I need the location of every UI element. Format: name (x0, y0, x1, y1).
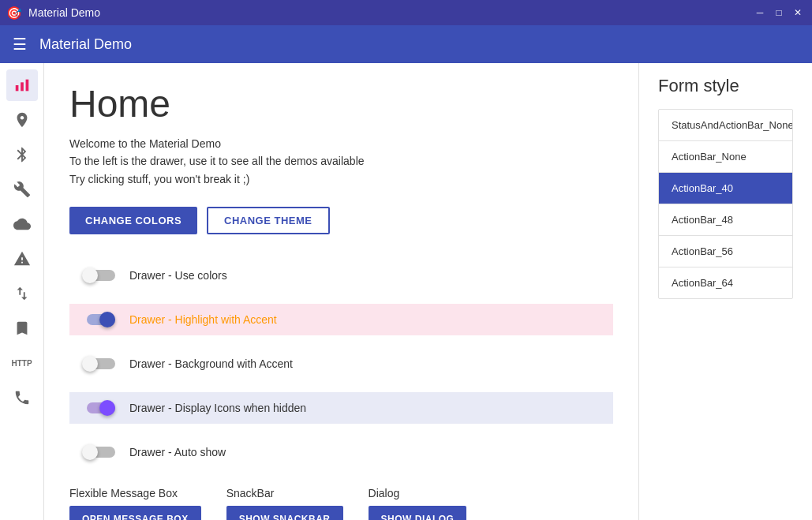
toggle-row-auto-show: Drawer - Auto show (69, 436, 613, 468)
app-layout: HTTP Home Welcome to the Material Demo T… (0, 63, 812, 520)
toggle-thumb (82, 444, 98, 460)
form-style-title: Form style (658, 76, 793, 96)
toggle-thumb (99, 312, 115, 327)
appbar-title: Material Demo (39, 36, 132, 53)
sidebar: HTTP (0, 63, 44, 520)
show-snackbar-button[interactable]: SHOW SNACKBAR (226, 506, 343, 520)
toggle-highlight-accent[interactable] (82, 310, 120, 329)
toggle-label-use-colors: Drawer - Use colors (129, 269, 227, 282)
bluetooth-icon (13, 146, 31, 163)
sidebar-item-phone[interactable] (6, 382, 38, 413)
toggle-label-auto-show: Drawer - Auto show (129, 446, 226, 458)
sidebar-item-location[interactable] (6, 104, 38, 136)
main-content: Home Welcome to the Material Demo To the… (44, 63, 638, 520)
appbar: ☰ Material Demo (0, 25, 812, 63)
snackbar-title: SnackBar (226, 487, 343, 499)
sidebar-item-bluetooth[interactable] (6, 139, 38, 170)
titlebar-title: Material Demo (28, 6, 100, 19)
hamburger-menu-icon[interactable]: ☰ (13, 35, 27, 54)
form-style-item-4[interactable]: ActionBar_56 (659, 236, 792, 267)
location-icon (13, 111, 31, 129)
welcome-line3: Try clicking stuff, you won't break it ;… (69, 170, 613, 188)
toggle-label-icons-hidden: Drawer - Display Icons when hidden (129, 402, 306, 414)
minimize-button[interactable]: ─ (752, 5, 768, 21)
maximize-button[interactable]: □ (771, 5, 787, 21)
titlebar: 🎯 Material Demo ─ □ ✕ (0, 0, 812, 25)
sidebar-item-transfer[interactable] (6, 278, 38, 309)
right-panel: Form style StatusAndActionBar_None Actio… (638, 63, 812, 520)
sidebar-item-chart[interactable] (6, 69, 38, 101)
alert-icon (13, 250, 31, 267)
toggle-thumb (82, 356, 98, 372)
form-style-item-3[interactable]: ActionBar_48 (659, 204, 792, 236)
show-dialog-button[interactable]: SHOW DIALOG (369, 506, 467, 520)
toggle-row-icons-hidden: Drawer - Display Icons when hidden (69, 392, 613, 424)
sidebar-item-http[interactable]: HTTP (6, 347, 38, 379)
toggle-row-highlight-accent: Drawer - Highlight with Accent (69, 304, 613, 335)
phone-icon (13, 389, 31, 406)
toggle-label-bg-accent: Drawer - Background with Accent (129, 357, 293, 370)
bookmark-icon (13, 320, 31, 337)
titlebar-controls: ─ □ ✕ (752, 5, 806, 21)
bottom-section: Flexible Message Box OPEN MESSAGE BOX Sn… (69, 487, 613, 520)
wrench-icon (13, 181, 31, 198)
sidebar-item-cloud[interactable] (6, 208, 38, 240)
change-theme-button[interactable]: CHANGE THEME (207, 207, 329, 234)
welcome-text: Welcome to the Material Demo To the left… (69, 135, 613, 188)
dialog-group: Dialog SHOW DIALOG (369, 487, 467, 520)
toggle-thumb (99, 400, 115, 416)
flexible-msg-title: Flexible Message Box (69, 487, 201, 499)
action-groups-row: Flexible Message Box OPEN MESSAGE BOX Sn… (69, 487, 613, 520)
toggle-use-colors[interactable] (82, 266, 120, 285)
form-style-item-1[interactable]: ActionBar_None (659, 141, 792, 173)
toggle-icons-hidden[interactable] (82, 398, 120, 417)
snackbar-group: SnackBar SHOW SNACKBAR (226, 487, 343, 520)
welcome-line2: To the left is the drawer, use it to see… (69, 152, 613, 170)
svg-rect-2 (25, 80, 28, 92)
toggle-bg-accent[interactable] (82, 354, 120, 373)
page-title: Home (69, 82, 613, 125)
svg-rect-0 (15, 85, 18, 91)
sidebar-item-bookmark[interactable] (6, 312, 38, 344)
toggle-row-bg-accent: Drawer - Background with Accent (69, 348, 613, 380)
dialog-title: Dialog (369, 487, 467, 499)
close-button[interactable]: ✕ (790, 5, 806, 21)
primary-btn-row: CHANGE COLORS CHANGE THEME (69, 207, 613, 234)
http-label: HTTP (11, 359, 32, 368)
form-style-item-5[interactable]: ActionBar_64 (659, 267, 792, 298)
form-style-item-2[interactable]: ActionBar_40 (659, 173, 792, 204)
titlebar-left: 🎯 Material Demo (6, 6, 100, 21)
toggle-thumb (82, 267, 98, 283)
flexible-msg-group: Flexible Message Box OPEN MESSAGE BOX (69, 487, 201, 520)
welcome-line1: Welcome to the Material Demo (69, 135, 613, 152)
sidebar-item-wrench[interactable] (6, 174, 38, 205)
transfer-icon (13, 285, 31, 302)
toggle-auto-show[interactable] (82, 443, 120, 462)
form-style-item-0[interactable]: StatusAndActionBar_None (659, 110, 792, 141)
cloud-icon (13, 215, 31, 233)
app-icon: 🎯 (6, 6, 22, 21)
sidebar-item-alert[interactable] (6, 243, 38, 275)
toggle-label-highlight-accent: Drawer - Highlight with Accent (129, 313, 277, 326)
open-message-box-button[interactable]: OPEN MESSAGE BOX (69, 506, 201, 520)
chart-bar-icon (13, 77, 31, 94)
form-style-list: StatusAndActionBar_None ActionBar_None A… (658, 109, 793, 299)
toggle-row-use-colors: Drawer - Use colors (69, 260, 613, 291)
svg-rect-1 (21, 82, 24, 91)
change-colors-button[interactable]: CHANGE COLORS (69, 207, 197, 234)
